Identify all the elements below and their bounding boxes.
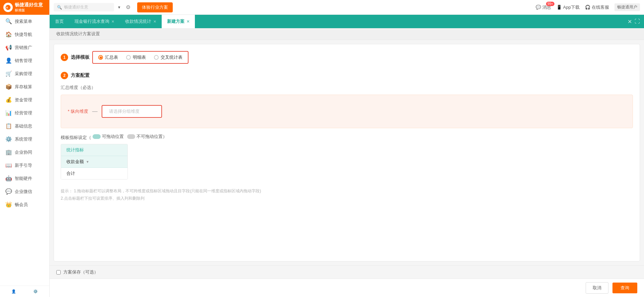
sidebar-item-marketing[interactable]: 📢 营销推广 [0,41,49,54]
sidebar-item-system[interactable]: ⚙️ 系统管理 [0,133,49,146]
topbar-message[interactable]: 💬 消息 99+ [536,4,551,10]
sidebar-label-hardware: 智能硬件 [15,176,32,182]
sidebar-item-collab[interactable]: 🏢 企业协同 [0,146,49,159]
main-area: 🔍 畅捷通好生意 ▾ ⚙ 体验行业方案 💬 消息 99+ 📱 App下载 🎧 在… [50,0,644,297]
message-badge: 99+ [546,2,554,6]
sidebar: B 畅捷通好生意 标准版 🔍 搜索菜单 🏠 快捷导航 📢 营销推广 👤 销售管理… [0,0,50,297]
radio-summary[interactable]: 汇总表 [98,54,118,60]
wechat-icon: 💬 [5,188,12,195]
topbar: 🔍 畅捷通好生意 ▾ ⚙ 体验行业方案 💬 消息 99+ 📱 App下载 🎧 在… [50,0,644,15]
topbar-dropdown[interactable]: ▾ [118,5,120,10]
topbar-search-box[interactable]: 🔍 畅捷通好生意 [54,3,114,11]
radio-cross-label: 交叉统计表 [161,54,182,60]
sidebar-item-nav[interactable]: 🏠 快捷导航 [0,28,49,41]
hardware-icon: 🤖 [5,175,12,182]
indicator-item-amount[interactable]: 收款金额 ▾ [61,156,127,168]
radio-cross[interactable]: 交叉统计表 [154,54,182,60]
tip-line1: 提示： 1.拖动标题栏可以调整布局，不可跨维度或指标区域拖动且目字段(只能在同一… [61,188,633,195]
topbar-user[interactable]: 畅捷通用户 [614,3,640,11]
tips-section: 提示： 1.拖动标题栏可以调整布局，不可跨维度或指标区域拖动且目字段(只能在同一… [61,188,633,202]
indicator-amount-label: 收款金额 [66,159,84,165]
tab-receipt-close[interactable]: ✕ [153,19,156,24]
sidebar-item-sales[interactable]: 👤 销售管理 [0,54,49,67]
topbar-gear-icon[interactable]: ⚙ [124,4,132,10]
close-window-icon[interactable]: ✕ [628,18,632,25]
member-icon: 👑 [5,201,12,208]
query-button[interactable]: 查询 [612,283,637,293]
radio-detail[interactable]: 明细表 [126,54,146,60]
radio-detail-label: 明细表 [133,54,146,60]
indicator-table: 统计指标 收款金额 ▾ 合计 [61,144,128,180]
content-body: 1 选择模板 汇总表 明细表 交叉统计表 [54,44,640,261]
sidebar-label-basics: 基础信息 [15,123,32,129]
cancel-button[interactable]: 取消 [586,282,608,294]
app-name: 畅捷通好生意 [15,2,43,8]
radio-cross-btn[interactable] [154,55,159,60]
tab-new-plan-label: 新建方案 [167,18,184,24]
finance-icon: 💰 [5,97,12,103]
svg-text:B: B [6,6,8,9]
tab-new-plan[interactable]: 新建方案 ✕ [162,15,195,28]
step1-header: 1 选择模板 汇总表 明细表 交叉统计表 [61,51,633,64]
sidebar-item-purchase[interactable]: 🛒 采购管理 [0,67,49,80]
maximize-icon[interactable]: ⛶ [635,18,640,24]
tab-bank-label: 现金银行流水查询 [74,18,109,24]
sidebar-bottom-user[interactable]: 👤 [11,289,16,294]
sidebar-item-guide[interactable]: 📖 新手引导 [0,159,49,172]
dimension-row: * 纵向维度 — 请选择分组维度 [68,105,626,118]
content-area: 收款情况统计方案设置 1 选择模板 汇总表 明细表 [50,28,644,279]
topbar-search-icon: 🔍 [57,5,62,10]
sidebar-bottom: 👤 ⚙️ [0,286,49,297]
topbar-support[interactable]: 🎧 在线客服 [585,4,609,10]
sidebar-label-guide: 新手引导 [15,162,32,168]
message-icon: 💬 [536,5,541,10]
indicator-settings-label: 模板指标设定（ 可拖动位置 不可拖动位置） [61,134,167,141]
drag-legend-draggable: 可拖动位置 [93,134,124,140]
save-plan-checkbox[interactable] [56,270,61,275]
sidebar-bottom-settings[interactable]: ⚙️ [33,289,38,294]
sidebar-item-hardware[interactable]: 🤖 智能硬件 [0,172,49,185]
sidebar-label-marketing: 营销推广 [15,45,32,51]
sidebar-item-search[interactable]: 🔍 搜索菜单 [0,15,49,28]
tabs-actions: ✕ ⛶ [624,18,644,25]
step1-title: 选择模板 [71,54,90,60]
sidebar-label-wechat: 企业微信 [15,189,32,195]
content-header: 收款情况统计方案设置 [50,28,644,40]
app-version: 标准版 [15,8,43,13]
sidebar-logo: B 畅捷通好生意 标准版 [0,0,49,15]
sidebar-item-management[interactable]: 📊 经营管理 [0,106,49,119]
tab-home[interactable]: 首页 [50,15,69,28]
sidebar-item-basics[interactable]: 📋 基础信息 [0,119,49,133]
sidebar-label-collab: 企业协同 [15,149,32,155]
radio-detail-btn[interactable] [126,55,131,60]
sidebar-item-member[interactable]: 👑 畅会员 [0,198,49,211]
dimension-select[interactable]: 请选择分组维度 [102,105,162,118]
tab-home-label: 首页 [55,18,64,24]
sidebar-label-search: 搜索菜单 [15,18,32,24]
support-icon: 🎧 [585,5,590,10]
save-plan-label[interactable]: 方案保存（可选） [63,269,98,275]
sales-icon: 👤 [5,57,12,64]
tab-receipt-label: 收款情况统计 [125,18,151,24]
industry-button[interactable]: 体验行业方案 [137,2,173,12]
indicator-section: 模板指标设定（ 可拖动位置 不可拖动位置） [61,134,633,180]
tab-receipt[interactable]: 收款情况统计 ✕ [120,15,162,28]
amount-dropdown-icon[interactable]: ▾ [87,159,89,164]
tab-new-plan-close[interactable]: ✕ [186,19,190,24]
topbar-download[interactable]: 📱 App下载 [556,4,580,10]
purchase-icon: 🛒 [5,70,12,77]
drag-legend-not-draggable: 不可拖动位置） [127,134,167,140]
tip-line2: 2.点击标题栏下拉可设置排序、插入列和删除列 [61,195,633,202]
marketing-icon: 📢 [5,44,12,51]
radio-summary-btn[interactable] [98,55,103,60]
search-icon: 🔍 [5,18,12,24]
sidebar-item-finance[interactable]: 💰 资金管理 [0,93,49,106]
tab-bank-close[interactable]: ✕ [111,19,114,24]
sidebar-bottom-settings-icon: ⚙️ [33,289,38,294]
support-label: 在线客服 [592,4,609,10]
sidebar-bottom-user-icon: 👤 [11,289,16,294]
footer-section: 方案保存（可选） [50,265,644,279]
sidebar-item-inventory[interactable]: 📦 库存核算 [0,80,49,93]
sidebar-item-wechat[interactable]: 💬 企业微信 [0,185,49,198]
tab-bank[interactable]: 现金银行流水查询 ✕ [69,15,120,28]
